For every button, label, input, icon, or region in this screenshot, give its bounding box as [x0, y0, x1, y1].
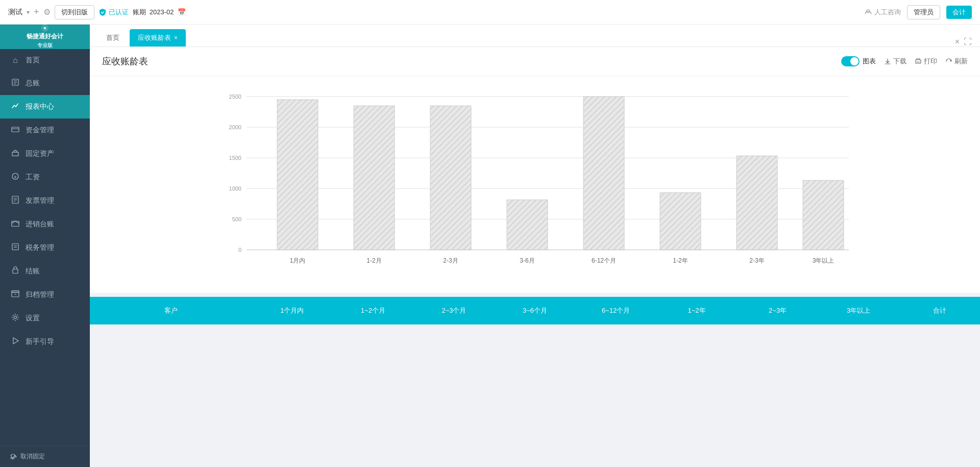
sidebar-item-wage[interactable]: ¥ 工资 — [0, 166, 90, 189]
sidebar-item-label: 结账 — [26, 267, 40, 276]
sidebar-item-label: 设置 — [26, 314, 40, 323]
col-customer: 客户 — [90, 297, 252, 324]
bar-2-3-month — [430, 106, 471, 250]
refresh-button[interactable]: 刷新 — [945, 57, 968, 66]
human-consult-button[interactable]: 人工咨询 — [864, 8, 901, 17]
svg-text:2000: 2000 — [229, 124, 241, 130]
sidebar-item-label: 总账 — [26, 79, 40, 88]
sidebar-item-label: 归档管理 — [26, 290, 54, 299]
svg-text:畅: 畅 — [43, 26, 46, 30]
accounting-button[interactable]: 会计 — [946, 6, 972, 19]
certified-badge: 已认证 — [99, 8, 129, 17]
svg-text:6-12个月: 6-12个月 — [592, 257, 616, 264]
cancel-pin-button[interactable]: 取消固定 — [10, 452, 80, 461]
logo-name: 畅捷通好会计 — [27, 32, 63, 41]
svg-text:2500: 2500 — [229, 94, 241, 100]
tab-home[interactable]: 首页 — [98, 29, 128, 46]
svg-text:3年以上: 3年以上 — [813, 257, 835, 264]
tab-close-icon[interactable]: × — [174, 34, 178, 41]
sidebar-item-capital[interactable]: 资金管理 — [0, 119, 90, 142]
svg-rect-28 — [917, 62, 920, 62]
settings-gear-icon — [10, 313, 20, 323]
sidebar-item-label: 发票管理 — [26, 196, 54, 205]
svg-rect-9 — [12, 152, 18, 156]
sales-icon — [10, 219, 20, 229]
top-bar-right: 人工咨询 管理员 会计 — [864, 5, 972, 19]
toggle-switch[interactable] — [841, 56, 860, 66]
sidebar-bottom: 取消固定 — [0, 446, 90, 467]
certified-text: 已认证 — [109, 8, 129, 17]
svg-point-25 — [14, 316, 17, 319]
report-header: 应收账龄表 图表 下载 — [90, 47, 980, 76]
col-2-3month: 2~3个月 — [413, 297, 495, 324]
sidebar-item-ledger[interactable]: 总账 — [0, 72, 90, 95]
tab-controls: × ⛶ — [955, 37, 972, 46]
main-layout: 畅 畅捷通好会计 专业版 ⌂ 首页 总账 报表中 — [0, 25, 980, 467]
svg-text:1500: 1500 — [229, 155, 241, 161]
tab-ar-aging[interactable]: 应收账龄表 × — [130, 29, 186, 46]
period-info: 账期 2023-02 📅 — [133, 8, 186, 17]
manager-button[interactable]: 管理员 — [907, 5, 940, 19]
bar-3-6-month — [507, 200, 548, 250]
sidebar-item-home[interactable]: ⌂ 首页 — [0, 49, 90, 72]
print-icon — [915, 58, 922, 65]
sidebar-item-assets[interactable]: 固定资产 — [0, 142, 90, 166]
settings-icon[interactable]: ⚙ — [43, 7, 51, 17]
company-chevron-icon[interactable]: ▾ — [27, 9, 30, 16]
top-bar: 测试 ▾ + ⚙ 切到旧版 已认证 账期 2023-02 📅 人工咨询 管理员 … — [0, 0, 980, 25]
tab-bar: 首页 应收账龄表 × × ⛶ — [90, 25, 980, 47]
svg-rect-23 — [12, 291, 19, 292]
col-1-2month: 1~2个月 — [333, 297, 414, 324]
ledger-icon — [10, 78, 20, 88]
sidebar-item-closing[interactable]: 结账 — [0, 260, 90, 283]
add-tab-icon[interactable]: + — [34, 7, 39, 17]
pin-icon — [10, 453, 17, 460]
invoice-icon — [10, 196, 20, 206]
newbie-icon — [10, 337, 20, 347]
headset-icon — [864, 8, 872, 16]
table-header: 客户 1个月内 1~2个月 2~3个月 3~6个月 6~12个月 1~2年 2~… — [90, 297, 980, 324]
bar-1-month — [277, 100, 318, 250]
sidebar-item-label: 固定资产 — [26, 149, 54, 158]
sidebar-item-label: 报表中心 — [26, 102, 54, 111]
sidebar-item-label: 首页 — [26, 56, 40, 65]
capital-icon — [10, 125, 20, 135]
svg-rect-7 — [12, 127, 19, 132]
sidebar-item-sales[interactable]: 进销台账 — [0, 213, 90, 236]
svg-text:2-3月: 2-3月 — [443, 257, 458, 264]
svg-text:1月内: 1月内 — [290, 257, 306, 264]
sidebar-item-newbie[interactable]: 新手引导 — [0, 330, 90, 354]
svg-rect-21 — [13, 269, 18, 273]
close-window-button[interactable]: × — [955, 37, 960, 46]
chart-toggle[interactable]: 图表 — [841, 56, 876, 66]
sidebar-item-tax[interactable]: 税务管理 — [0, 236, 90, 260]
download-button[interactable]: 下载 — [884, 57, 906, 66]
old-version-button[interactable]: 切到旧版 — [55, 5, 94, 19]
sidebar-item-label: 新手引导 — [26, 337, 54, 346]
sidebar-item-archive[interactable]: 归档管理 — [0, 283, 90, 307]
bar-1-2-month — [354, 106, 395, 250]
data-table-container: 客户 1个月内 1~2个月 2~3个月 3~6个月 6~12个月 1~2年 2~… — [90, 297, 980, 324]
sidebar: 畅 畅捷通好会计 专业版 ⌂ 首页 总账 报表中 — [0, 25, 90, 467]
closing-icon — [10, 266, 20, 276]
bar-6-12-month — [583, 97, 624, 250]
col-3plus-year: 3年以上 — [818, 297, 899, 324]
svg-text:0: 0 — [238, 247, 241, 253]
toggle-label: 图表 — [863, 57, 876, 66]
col-2-3year: 2~3年 — [737, 297, 818, 324]
print-button[interactable]: 打印 — [915, 57, 937, 66]
bar-1-2-year — [660, 193, 701, 250]
content-area: 首页 应收账龄表 × × ⛶ 应收账龄表 图表 — [90, 25, 980, 467]
svg-rect-18 — [12, 244, 18, 250]
svg-rect-17 — [12, 221, 19, 226]
sidebar-item-invoice[interactable]: 发票管理 — [0, 189, 90, 213]
sidebar-item-reports[interactable]: 报表中心 — [0, 95, 90, 119]
home-icon: ⌂ — [10, 56, 20, 65]
maximize-button[interactable]: ⛶ — [964, 37, 972, 46]
calendar-icon[interactable]: 📅 — [178, 8, 186, 16]
svg-marker-26 — [13, 338, 18, 344]
logo-icon: 畅 — [37, 25, 53, 31]
tax-icon — [10, 243, 20, 253]
sidebar-item-label: 税务管理 — [26, 243, 54, 252]
sidebar-item-settings[interactable]: 设置 — [0, 307, 90, 330]
